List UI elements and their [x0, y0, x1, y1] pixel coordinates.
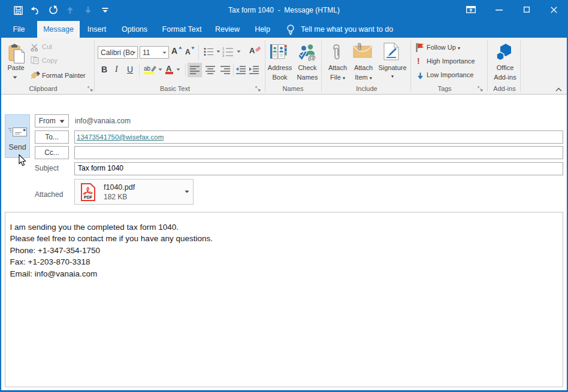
svg-text:@: @	[308, 53, 316, 61]
svg-text:ab: ab	[144, 65, 151, 72]
svg-text:3: 3	[222, 54, 224, 57]
svg-text:PDF: PDF	[84, 195, 93, 199]
